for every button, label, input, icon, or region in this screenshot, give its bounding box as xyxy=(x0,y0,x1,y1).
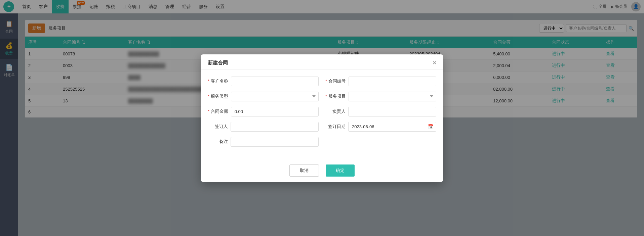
form-group-sign-date: 签订日期 📅 xyxy=(325,122,436,132)
form-row-4: 签订人 签订日期 📅 xyxy=(208,122,436,132)
form-group-contract-no: 合同编号 xyxy=(325,77,436,86)
modal-close-button[interactable]: × xyxy=(433,60,436,66)
calendar-icon[interactable]: 📅 xyxy=(428,124,434,129)
signer-label: 签订人 xyxy=(208,124,228,130)
new-contract-modal: 新建合同 × 客户名称 合同编号 服务类型 xyxy=(201,54,443,182)
modal-overlay: 新建合同 × 客户名称 合同编号 服务类型 xyxy=(0,0,644,236)
sign-date-input[interactable] xyxy=(348,122,436,132)
form-row-2: 服务类型 服务项目 xyxy=(208,92,436,101)
customer-name-label: 客户名称 xyxy=(208,78,228,84)
form-group-responsible: 负责人 xyxy=(325,107,436,116)
service-type-label: 服务类型 xyxy=(208,93,228,99)
contract-no-label: 合同编号 xyxy=(325,78,346,84)
remark-input[interactable] xyxy=(231,137,319,147)
contract-no-input[interactable] xyxy=(349,77,436,86)
sign-date-label: 签订日期 xyxy=(325,124,346,130)
service-item-select[interactable] xyxy=(349,92,436,101)
cancel-button[interactable]: 取消 xyxy=(289,164,319,177)
form-group-signer: 签订人 xyxy=(208,122,319,132)
form-group-customer: 客户名称 xyxy=(208,77,319,86)
form-row-3: 合同金额 负责人 xyxy=(208,107,436,116)
service-type-select[interactable] xyxy=(231,92,319,101)
form-group-amount: 合同金额 xyxy=(208,107,319,116)
form-group-service-type: 服务类型 xyxy=(208,92,319,101)
form-group-service-item: 服务项目 xyxy=(325,92,436,101)
confirm-button[interactable]: 确定 xyxy=(326,164,355,177)
amount-label: 合同金额 xyxy=(208,108,228,114)
form-group-remark: 备注 xyxy=(208,137,319,147)
amount-input[interactable] xyxy=(231,107,319,116)
modal-footer: 取消 确定 xyxy=(201,159,443,182)
responsible-label: 负责人 xyxy=(325,108,346,114)
modal-header: 新建合同 × xyxy=(201,54,443,70)
modal-body: 客户名称 合同编号 服务类型 服务项目 xyxy=(201,70,443,159)
remark-label: 备注 xyxy=(208,139,228,145)
signer-input[interactable] xyxy=(231,122,319,132)
service-item-label: 服务项目 xyxy=(325,93,346,99)
responsible-input[interactable] xyxy=(348,107,436,116)
customer-name-input[interactable] xyxy=(231,77,319,86)
form-row-1: 客户名称 合同编号 xyxy=(208,77,436,86)
sign-date-wrap: 📅 xyxy=(348,122,436,132)
modal-title: 新建合同 xyxy=(208,60,228,66)
form-row-5: 备注 xyxy=(208,137,436,147)
